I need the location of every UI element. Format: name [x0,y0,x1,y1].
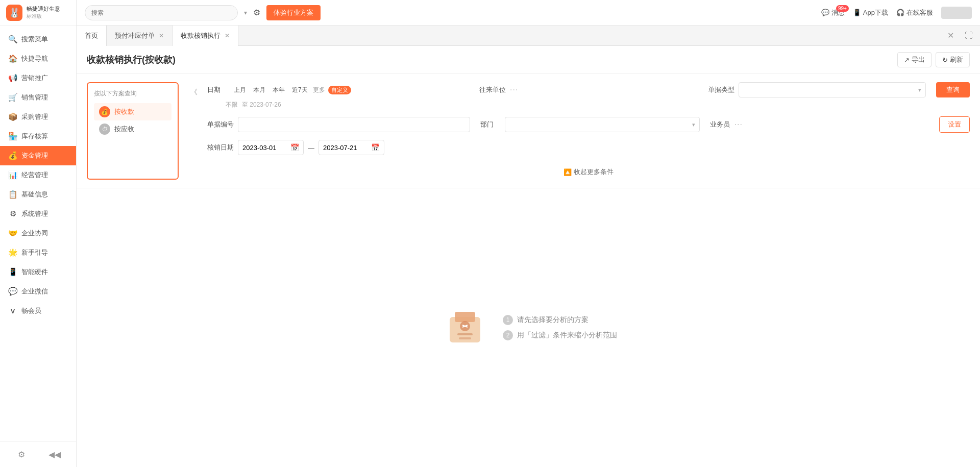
date-shortcut-7days[interactable]: 近7天 [290,85,310,95]
tab-home[interactable]: 首页 [77,26,107,46]
headset-icon: 🎧 [896,9,904,16]
sidebar-item-marketing[interactable]: 📢 营销推广 [0,68,76,88]
main-area: ▾ ⚙ 体验行业方案 💬 消息 99+ 📱 App下载 🎧 在线客服 首页 [77,0,980,467]
sidebar-item-label: 采购管理 [21,112,48,121]
filter-row-2: 单据编号 部门 ▾ 业务员 ··· [207,116,970,133]
dept-arrow-icon: ▾ [692,121,695,128]
filter-option-by-receipt[interactable]: 💰 按收款 [94,103,172,120]
doc-no-field: 单据编号 [207,117,470,132]
maximize-icon[interactable]: ⛶ [962,29,976,43]
date-no-limit: 不限 [226,101,238,109]
purchase-icon: 📦 [8,112,17,121]
svg-rect-5 [457,333,473,335]
search-chevron-icon[interactable]: ▾ [244,9,247,16]
tab-receipt-close-icon[interactable]: ✕ [225,32,230,39]
collapse-up-icon: 🔼 [564,168,572,176]
receivable-option-icon: ⏱ [99,124,110,135]
writeoff-end-input[interactable] [323,144,369,152]
topbar-gear-icon[interactable]: ⚙ [253,8,260,17]
tabbar-actions: ✕ ⛶ [943,29,980,43]
service-button[interactable]: 🎧 在线客服 [896,8,933,17]
date-label: 日期 [207,85,228,94]
message-badge: 99+ [836,5,849,12]
sidebar-item-guide[interactable]: 🌟 新手引导 [0,243,76,262]
message-button[interactable]: 💬 消息 99+ [821,8,845,17]
date-shortcut-last-month[interactable]: 上月 [232,85,248,95]
collapse-more-label: 收起更多条件 [574,167,614,177]
writeoff-start-input[interactable] [242,144,288,152]
settings-footer-icon[interactable]: ⚙ [13,447,30,463]
sidebar-item-biz-mgmt[interactable]: 📊 经营管理 [0,165,76,185]
doc-no-input[interactable] [238,117,470,132]
search-input[interactable] [85,5,238,20]
sidebar-item-collab[interactable]: 🤝 企业协同 [0,224,76,243]
tab-prepay-label: 预付冲应付单 [115,31,155,40]
app-label: App下载 [863,8,888,17]
receipt-option-label: 按收款 [114,107,134,116]
sidebar-item-basic-info[interactable]: 📋 基础信息 [0,185,76,204]
writeoff-date-range: 📅 — 📅 [238,140,384,155]
date-shortcuts-group: 上月 本月 本年 近7天 更多 自定义 [232,85,469,95]
tip-num-2: 2 [503,330,513,340]
date-more[interactable]: 更多 [313,86,325,94]
date-sub-row: 不限 至 2023-07-26 [207,101,970,109]
empty-state: 1 请先选择要分析的方案 2 用「过滤」条件来缩小分析范围 [77,188,980,467]
tab-prepay-close-icon[interactable]: ✕ [159,32,164,39]
receipt-option-icon: 💰 [99,106,110,117]
staff-dots-icon[interactable]: ··· [734,120,743,129]
tab-prepay[interactable]: 预付冲应付单 ✕ [107,26,173,46]
finance-icon: 💰 [8,151,17,160]
page-title: 收款核销执行(按收款) [87,54,176,66]
refresh-button[interactable]: ↻ 刷新 [936,52,970,67]
filter-main: 日期 上月 本月 本年 近7天 更多 自定义 往来单位 ··· [207,82,970,180]
sidebar-item-inventory[interactable]: 🏪 库存核算 [0,127,76,146]
page-actions: ↗ 导出 ↻ 刷新 [897,52,970,67]
doc-type-select[interactable]: ▾ [739,82,926,97]
empty-tip-2: 2 用「过滤」条件来缩小分析范围 [503,330,617,340]
date-dash: — [308,144,314,152]
sidebar-item-wechat[interactable]: 💬 企业微信 [0,282,76,301]
dept-select[interactable]: ▾ [505,117,699,132]
page-header: 收款核销执行(按收款) ↗ 导出 ↻ 刷新 [77,46,980,74]
calendar-end-icon[interactable]: 📅 [371,143,380,152]
sidebar-item-hardware[interactable]: 📱 智能硬件 [0,262,76,282]
sidebar-item-label: 销售管理 [21,93,48,102]
sidebar-item-member[interactable]: V 畅会员 [0,301,76,321]
settings-button[interactable]: 设置 [939,116,970,133]
sidebar-item-search[interactable]: 🔍 搜索菜单 [0,30,76,49]
sidebar-nav: 🔍 搜索菜单 🏠 快捷导航 📢 营销推广 🛒 销售管理 📦 采购管理 🏪 库存核… [0,26,76,441]
collapse-filter-icon[interactable]: 《 [189,87,199,97]
wechat-icon: 💬 [8,287,17,296]
solution-button[interactable]: 体验行业方案 [266,5,321,20]
doc-type-field: 单据类型 ▾ [708,82,926,97]
tab-receipt[interactable]: 收款核销执行 ✕ [173,26,238,46]
calendar-start-icon[interactable]: 📅 [290,143,299,152]
sidebar-item-sales[interactable]: 🛒 销售管理 [0,88,76,107]
sidebar-item-sys-mgmt[interactable]: ⚙ 系统管理 [0,204,76,224]
date-shortcut-this-year[interactable]: 本年 [271,85,287,95]
app-name: 畅捷通好生意 [27,5,60,12]
filter-option-by-receivable[interactable]: ⏱ 按应收 [94,120,172,138]
date-custom-badge[interactable]: 自定义 [328,86,351,94]
logo-icon: 🐰 [6,5,22,21]
sidebar-item-finance[interactable]: 💰 资金管理 [0,146,76,165]
sidebar-item-label: 搜索菜单 [21,35,48,44]
unit-dots-icon[interactable]: ··· [510,85,518,94]
collapse-sidebar-icon[interactable]: ◀◀ [46,447,63,463]
logo-area: 🐰 畅捷通好生意 标准版 [0,0,76,26]
topbar-right: 💬 消息 99+ 📱 App下载 🎧 在线客服 [821,7,972,19]
filter-panel: 按以下方案查询 💰 按收款 ⏱ 按应收 《 日期 [77,74,980,188]
export-button[interactable]: ↗ 导出 [897,52,932,67]
tip-num-1: 1 [503,315,513,325]
app-download-button[interactable]: 📱 App下载 [853,8,888,17]
collapse-more-button[interactable]: 🔼 收起更多条件 [207,164,970,180]
guide-icon: 🌟 [8,248,17,257]
sidebar-item-quick-nav[interactable]: 🏠 快捷导航 [0,49,76,68]
empty-tips: 1 请先选择要分析的方案 2 用「过滤」条件来缩小分析范围 [503,315,617,340]
close-window-icon[interactable]: ✕ [943,29,958,43]
query-button[interactable]: 查询 [936,82,970,97]
user-avatar[interactable] [941,7,972,19]
date-shortcut-this-month[interactable]: 本月 [251,85,267,95]
sidebar-item-purchase[interactable]: 📦 采购管理 [0,107,76,127]
tabbar: 首页 预付冲应付单 ✕ 收款核销执行 ✕ ✕ ⛶ [77,26,980,46]
